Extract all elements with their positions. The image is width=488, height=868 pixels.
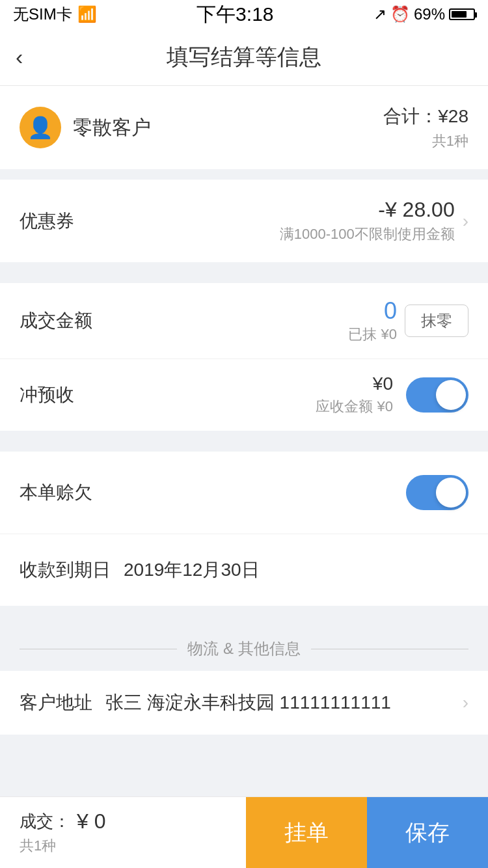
customer-name: 零散客户 xyxy=(73,115,151,141)
chevron-right-icon: › xyxy=(463,211,468,232)
battery-text: 69% xyxy=(414,5,445,23)
round-zero-button[interactable]: 抹零 xyxy=(405,305,468,337)
status-time: 下午3:18 xyxy=(197,1,273,28)
debit-toggle[interactable] xyxy=(406,475,468,510)
divider-1 xyxy=(0,273,488,283)
address-section: 客户地址 张三 海淀永丰科技园 11111111111 › xyxy=(0,671,488,735)
duedate-row: 收款到期日 2019年12月30日 xyxy=(0,534,488,606)
deal-amount-row: 成交金额 已抹 ¥0 抹零 xyxy=(0,283,488,359)
battery-bar xyxy=(449,8,475,20)
avatar-icon: 👤 xyxy=(27,115,53,140)
logistics-line-left xyxy=(20,649,177,649)
deal-amount-label: 成交金额 xyxy=(20,308,92,333)
signal-text: 无SIM卡 xyxy=(13,4,72,25)
coupon-section: 优惠券 -¥ 28.00 满1000-100不限制使用金额 › xyxy=(0,180,488,262)
alarm-icon: ⏰ xyxy=(390,5,410,23)
avatar: 👤 xyxy=(20,107,61,148)
bottom-deal-label: 成交： xyxy=(20,810,70,833)
status-left: 无SIM卡 📶 xyxy=(13,4,97,25)
coupon-label: 优惠券 xyxy=(20,209,74,234)
save-button[interactable]: 保存 xyxy=(367,797,488,869)
logistics-header: 物流 & 其他信息 xyxy=(0,627,488,671)
address-value: 张三 海淀永丰科技园 11111111111 xyxy=(105,690,450,715)
logistics-line-right xyxy=(311,649,468,649)
debit-section: 本单赊欠 收款到期日 2019年12月30日 xyxy=(0,452,488,606)
deal-amount-section: 成交金额 已抹 ¥0 抹零 冲预收 ¥0 应收金额 ¥0 xyxy=(0,283,488,431)
coupon-row[interactable]: 优惠券 -¥ 28.00 满1000-100不限制使用金额 › xyxy=(0,180,488,262)
coupon-value-wrap: -¥ 28.00 满1000-100不限制使用金额 xyxy=(280,198,455,244)
wifi-icon: 📶 xyxy=(77,5,97,23)
save-label: 保存 xyxy=(405,818,450,848)
divider-3 xyxy=(0,616,488,627)
logistics-title: 物流 & 其他信息 xyxy=(187,638,300,659)
bottom-summary: 成交： ¥ 0 共1种 xyxy=(0,809,246,856)
content: 👤 零散客户 合计：¥28 共1种 优惠券 -¥ 28.00 满1000-100… xyxy=(0,86,488,823)
advance-amount: ¥0 xyxy=(316,373,393,394)
bottom-deal: 成交： ¥ 0 xyxy=(20,809,226,834)
total-amount: 合计：¥28 xyxy=(383,104,468,129)
bottom-deal-amount: ¥ 0 xyxy=(77,809,105,834)
page-title: 填写结算等信息 xyxy=(167,42,321,72)
customer-row: 👤 零散客户 合计：¥28 共1种 xyxy=(0,86,488,169)
coupon-description: 满1000-100不限制使用金额 xyxy=(280,224,455,244)
nav-bar: ‹ 填写结算等信息 xyxy=(0,29,488,86)
back-icon: ‹ xyxy=(16,44,23,69)
debit-row: 本单赊欠 xyxy=(0,452,488,534)
status-right: ↗ ⏰ 69% xyxy=(373,5,475,23)
location-icon: ↗ xyxy=(373,5,386,23)
bottom-count: 共1种 xyxy=(20,836,226,856)
address-row[interactable]: 客户地址 张三 海淀永丰科技园 11111111111 › xyxy=(0,671,488,735)
advance-label: 冲预收 xyxy=(20,383,74,407)
address-chevron-icon: › xyxy=(463,692,468,713)
bottom-bar: 成交： ¥ 0 共1种 挂单 保存 xyxy=(0,796,488,868)
pending-label: 挂单 xyxy=(284,818,329,848)
advance-amounts: ¥0 应收金额 ¥0 xyxy=(316,373,393,416)
customer-section: 👤 零散客户 合计：¥28 共1种 xyxy=(0,86,488,169)
deal-amount-input[interactable] xyxy=(105,297,397,325)
pending-button[interactable]: 挂单 xyxy=(246,797,367,869)
advance-toggle[interactable] xyxy=(406,377,468,413)
status-bar: 无SIM卡 📶 下午3:18 ↗ ⏰ 69% xyxy=(0,0,488,29)
advance-right: ¥0 应收金额 ¥0 xyxy=(316,373,468,416)
duedate-value: 2019年12月30日 xyxy=(124,558,260,582)
already-zero-text: 已抹 ¥0 xyxy=(105,325,397,344)
customer-right: 合计：¥28 共1种 xyxy=(383,104,468,151)
divider-2 xyxy=(0,441,488,452)
deal-amount-right: 已抹 ¥0 抹零 xyxy=(105,297,468,344)
back-button[interactable]: ‹ xyxy=(16,44,23,70)
advance-receivable: 应收金额 ¥0 xyxy=(316,397,393,416)
deal-amount-wrap: 已抹 ¥0 xyxy=(105,297,397,344)
coupon-right: -¥ 28.00 满1000-100不限制使用金额 › xyxy=(280,198,468,244)
coupon-discount: -¥ 28.00 xyxy=(280,198,455,222)
address-label: 客户地址 xyxy=(20,690,92,715)
customer-left: 👤 零散客户 xyxy=(20,107,151,148)
debit-label: 本单赊欠 xyxy=(20,480,92,505)
advance-row: 冲预收 ¥0 应收金额 ¥0 xyxy=(0,359,488,431)
total-count: 共1种 xyxy=(383,131,468,151)
duedate-label: 收款到期日 xyxy=(20,558,111,582)
